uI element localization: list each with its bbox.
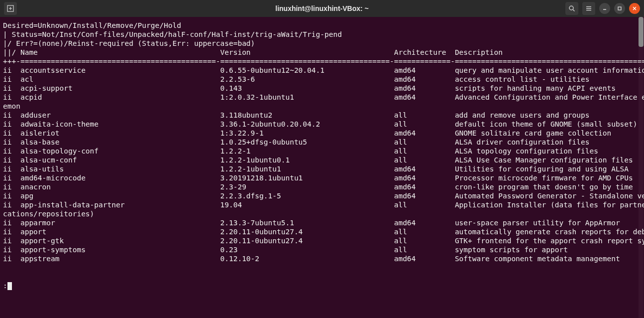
scrollbar-track[interactable]	[639, 17, 644, 318]
svg-point-3	[569, 6, 573, 10]
terminal-output[interactable]: Desired=Unknown/Install/Remove/Purge/Hol…	[0, 17, 644, 318]
window-title: linuxhint@linuxhint-VBox: ~	[0, 4, 644, 12]
minimize-button[interactable]	[599, 3, 610, 14]
pager-prompt-text: :	[3, 282, 7, 290]
terminal-text: Desired=Unknown/Install/Remove/Purge/Hol…	[3, 21, 642, 263]
terminal-window: linuxhint@linuxhint-VBox: ~ Desired=Unkn…	[0, 0, 644, 318]
menu-button[interactable]	[582, 2, 595, 15]
pager-prompt[interactable]: :	[3, 281, 642, 290]
close-button[interactable]	[629, 3, 640, 14]
svg-line-4	[573, 9, 575, 11]
maximize-button[interactable]	[614, 3, 625, 14]
svg-rect-9	[618, 7, 621, 10]
scrollbar-thumb[interactable]	[639, 17, 644, 47]
titlebar: linuxhint@linuxhint-VBox: ~	[0, 0, 644, 17]
cursor	[7, 282, 12, 290]
search-button[interactable]	[565, 2, 578, 15]
new-tab-button[interactable]	[4, 2, 17, 15]
